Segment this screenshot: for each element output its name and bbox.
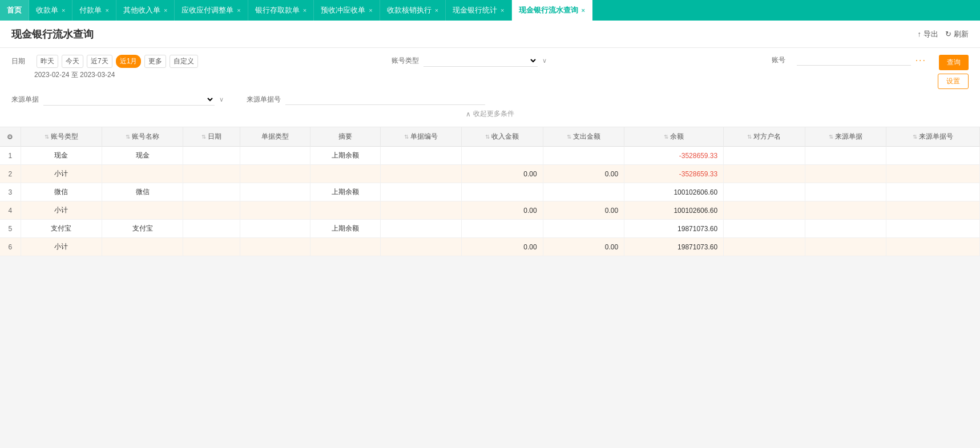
date-btn-more[interactable]: 更多 <box>144 55 166 68</box>
sort-doc-no-icon: ⇅ <box>404 134 409 140</box>
account-type-dropdown-icon: ∨ <box>542 57 547 64</box>
close-other-income-tab[interactable]: × <box>164 7 167 14</box>
col-summary: 摘要 <box>310 127 380 147</box>
cell-account-name <box>102 165 183 183</box>
cell-source-doc <box>805 220 886 238</box>
cell-source-doc <box>805 165 886 183</box>
col-balance[interactable]: ⇅余额 <box>624 127 724 147</box>
cell-summary <box>310 238 380 256</box>
date-btn-custom[interactable]: 自定义 <box>170 55 198 68</box>
collapse-filters-button[interactable]: ∧ 收起更多条件 <box>11 106 969 120</box>
filter-source-row: 来源单据 ∨ 来源单据号 <box>11 94 969 106</box>
table-row: 1 现金 现金 上期余额 -3528659.33 <box>0 147 980 165</box>
cell-source-doc <box>805 183 886 201</box>
cell-balance: -3528659.33 <box>624 165 724 183</box>
col-counterpart[interactable]: ⇅对方户名 <box>724 127 805 147</box>
close-receipt-exec-tab[interactable]: × <box>435 7 438 14</box>
date-btn-7days[interactable]: 近7天 <box>87 55 112 68</box>
account-ellipsis-button[interactable]: ··· <box>916 55 926 66</box>
close-cash-flow-tab[interactable]: × <box>582 7 585 14</box>
data-table-container: ⚙ ⇅账号类型 ⇅账号名称 ⇅日期 单据类型 摘要 ⇅单据编号 <box>0 127 980 256</box>
nav-receipt-exec[interactable]: 收款核销执行 × <box>380 0 446 21</box>
source-doc-label: 来源单据 <box>11 95 39 104</box>
account-label: 账号 <box>772 55 792 65</box>
cell-balance: 19871073.60 <box>624 238 724 256</box>
close-cash-stats-tab[interactable]: × <box>501 7 504 14</box>
col-source-doc[interactable]: ⇅来源单据 <box>805 127 886 147</box>
data-table: ⚙ ⇅账号类型 ⇅账号名称 ⇅日期 单据类型 摘要 ⇅单据编号 <box>0 127 980 256</box>
cell-summary: 上期余额 <box>310 220 380 238</box>
account-input[interactable] <box>797 55 911 66</box>
nav-cash-stats[interactable]: 现金银行统计 × <box>446 0 511 21</box>
source-doc-no-input[interactable] <box>285 94 485 105</box>
col-doc-no[interactable]: ⇅单据编号 <box>380 127 461 147</box>
cell-income <box>462 220 543 238</box>
col-gear[interactable]: ⚙ <box>0 127 21 147</box>
cell-summary <box>310 165 380 183</box>
date-btn-1month[interactable]: 近1月 <box>116 55 142 68</box>
account-filter-row: 账号 ··· <box>772 55 926 66</box>
nav-adjustment[interactable]: 应收应付调整单 × <box>175 0 248 21</box>
cell-doc-no <box>380 165 461 183</box>
col-expense[interactable]: ⇅支出金额 <box>543 127 624 147</box>
nav-prepayment[interactable]: 预收冲应收单 × <box>314 0 380 21</box>
cell-counterpart <box>724 220 805 238</box>
date-label: 日期 <box>11 56 32 66</box>
cell-source-doc-no <box>886 183 980 201</box>
col-date[interactable]: ⇅日期 <box>183 127 240 147</box>
source-doc-select[interactable] <box>43 94 215 106</box>
cell-date <box>183 220 240 238</box>
cell-date <box>183 183 240 201</box>
close-payment-tab[interactable]: × <box>105 7 108 14</box>
nav-bank-deposit[interactable]: 银行存取款单 × <box>248 0 314 21</box>
cell-doc-no <box>380 147 461 165</box>
col-account-name[interactable]: ⇅账号名称 <box>102 127 183 147</box>
date-buttons: 昨天 今天 近7天 近1月 更多 自定义 <box>37 55 198 68</box>
cell-expense <box>543 220 624 238</box>
cell-balance: -3528659.33 <box>624 147 724 165</box>
cell-doc-type <box>240 238 310 256</box>
nav-payment[interactable]: 付款单 × <box>72 0 116 21</box>
cell-date <box>183 201 240 220</box>
nav-home[interactable]: 首页 <box>0 0 29 21</box>
nav-other-income[interactable]: 其他收入单 × <box>116 0 175 21</box>
col-income[interactable]: ⇅收入金额 <box>462 127 543 147</box>
source-doc-dropdown-icon: ∨ <box>219 96 224 103</box>
top-navigation: 首页 收款单 × 付款单 × 其他收入单 × 应收应付调整单 × 银行存取款单 … <box>0 0 980 21</box>
table-row: 2 小计 0.00 0.00 -3528659.33 <box>0 165 980 183</box>
settings-button[interactable]: 设置 <box>938 74 969 89</box>
cell-doc-no <box>380 183 461 201</box>
cell-counterpart <box>724 165 805 183</box>
cell-row-num: 3 <box>0 183 21 201</box>
close-adjustment-tab[interactable]: × <box>237 7 240 14</box>
nav-receipt[interactable]: 收款单 × <box>29 0 72 21</box>
account-type-select[interactable]: 现金 微信 支付宝 <box>424 55 538 67</box>
col-source-doc-no[interactable]: ⇅来源单据号 <box>886 127 980 147</box>
cell-expense <box>543 147 624 165</box>
col-doc-type: 单据类型 <box>240 127 310 147</box>
cell-balance: 100102606.60 <box>624 183 724 201</box>
col-account-type[interactable]: ⇅账号类型 <box>21 127 102 147</box>
export-icon: ↑ <box>918 30 922 38</box>
sort-source-doc-icon: ⇅ <box>829 134 833 140</box>
close-bank-deposit-tab[interactable]: × <box>303 7 306 14</box>
nav-cash-flow[interactable]: 现金银行流水查询 × <box>512 0 592 21</box>
export-button[interactable]: ↑ 导出 <box>918 29 939 39</box>
query-button[interactable]: 查询 <box>939 55 969 70</box>
refresh-button[interactable]: ↻ 刷新 <box>945 29 969 39</box>
collapse-label: 收起更多条件 <box>473 109 514 119</box>
cell-account-type: 小计 <box>21 165 102 183</box>
date-btn-today[interactable]: 今天 <box>62 55 83 68</box>
table-row: 6 小计 0.00 0.00 19871073.60 <box>0 238 980 256</box>
close-prepayment-tab[interactable]: × <box>369 7 372 14</box>
date-range-display: 2023-02-24 至 2023-03-24 <box>34 70 369 80</box>
gear-icon: ⚙ <box>7 133 13 141</box>
cell-summary <box>310 201 380 220</box>
cell-account-type: 小计 <box>21 238 102 256</box>
table-row: 4 小计 0.00 0.00 100102606.60 <box>0 201 980 220</box>
cell-account-name: 现金 <box>102 147 183 165</box>
cell-doc-type <box>240 201 310 220</box>
close-receipt-tab[interactable]: × <box>62 7 65 14</box>
cell-summary: 上期余额 <box>310 183 380 201</box>
date-btn-yesterday[interactable]: 昨天 <box>37 55 58 68</box>
